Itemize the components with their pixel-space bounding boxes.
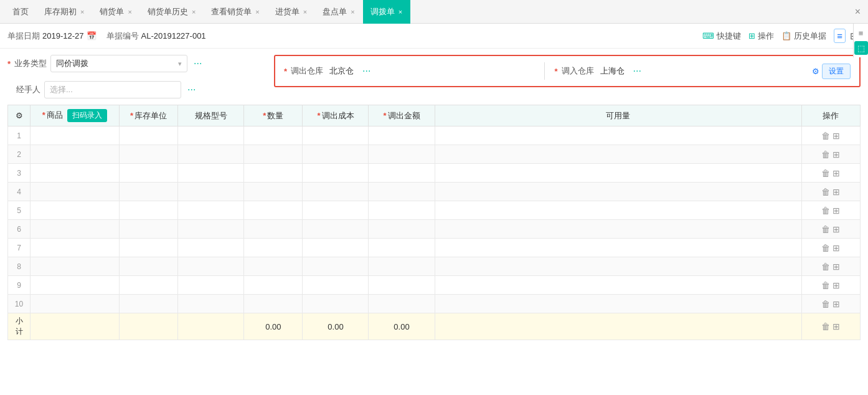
copy-row-icon[interactable]: ⊞ — [833, 299, 840, 309]
product-cell-4[interactable] — [31, 183, 120, 201]
cost-cell-5[interactable] — [303, 201, 369, 220]
shortcuts-button[interactable]: ⌨ 快捷键 — [702, 31, 741, 42]
tab-home[interactable]: 首页 — [5, 0, 37, 24]
biz-type-more-button[interactable]: ··· — [194, 58, 202, 69]
amount-cell-4[interactable] — [369, 183, 435, 201]
unit-cell-11[interactable] — [119, 313, 177, 340]
amount-cell-9[interactable] — [369, 276, 435, 295]
copy-row-icon[interactable]: ⊞ — [833, 168, 840, 178]
qty-cell-9[interactable] — [244, 276, 303, 295]
unit-cell-2[interactable] — [119, 145, 177, 164]
tab-inventory-check[interactable]: 盘点单 × — [315, 0, 362, 24]
copy-row-icon[interactable]: ⊞ — [833, 131, 840, 141]
spec-cell-1[interactable] — [178, 126, 244, 145]
amount-cell-2[interactable] — [369, 145, 435, 164]
cost-cell-9[interactable] — [303, 276, 369, 295]
delete-row-icon[interactable]: 🗑 — [821, 168, 830, 178]
amount-cell-11[interactable]: 0.00 — [369, 313, 435, 340]
copy-row-icon[interactable]: ⊞ — [833, 187, 840, 197]
product-cell-2[interactable] — [31, 145, 120, 164]
product-cell-1[interactable] — [31, 126, 120, 145]
amount-cell-6[interactable] — [369, 220, 435, 239]
tab-close-sales-order[interactable]: × — [128, 8, 131, 16]
qty-cell-3[interactable] — [244, 164, 303, 183]
delete-row-icon[interactable]: 🗑 — [821, 150, 830, 159]
qty-cell-1[interactable] — [244, 126, 303, 145]
product-cell-8[interactable] — [31, 257, 120, 276]
cost-cell-6[interactable] — [303, 220, 369, 239]
amount-cell-1[interactable] — [369, 126, 435, 145]
delete-row-icon[interactable]: 🗑 — [821, 206, 830, 216]
cost-cell-1[interactable] — [303, 126, 369, 145]
delete-row-icon[interactable]: 🗑 — [821, 280, 830, 290]
delete-row-icon[interactable]: 🗑 — [821, 299, 830, 309]
to-warehouse-more-button[interactable]: ··· — [633, 65, 641, 77]
tab-close-purchase-order[interactable]: × — [303, 8, 307, 16]
cost-cell-11[interactable]: 0.00 — [303, 313, 369, 340]
spec-cell-4[interactable] — [178, 183, 244, 201]
amount-cell-3[interactable] — [369, 164, 435, 183]
qty-cell-4[interactable] — [244, 183, 303, 201]
delete-row-icon[interactable]: 🗑 — [821, 224, 830, 234]
spec-cell-9[interactable] — [178, 276, 244, 295]
product-cell-5[interactable] — [31, 201, 120, 220]
amount-cell-5[interactable] — [369, 201, 435, 220]
right-toolbar-list[interactable]: ≡ — [854, 26, 868, 40]
tab-view-sales[interactable]: 查看销货单 × — [204, 0, 267, 24]
tab-close-sales-history[interactable]: × — [192, 8, 196, 16]
amount-cell-10[interactable] — [369, 295, 435, 313]
delete-row-icon[interactable]: 🗑 — [821, 262, 830, 272]
unit-cell-4[interactable] — [119, 183, 177, 201]
copy-row-icon[interactable]: ⊞ — [833, 224, 840, 234]
tab-close-inventory-init[interactable]: × — [80, 8, 84, 16]
layout-list-icon[interactable]: ≡ — [834, 29, 846, 43]
product-cell-11[interactable] — [31, 313, 120, 340]
scan-input-button[interactable]: 扫码录入 — [67, 109, 107, 122]
qty-cell-8[interactable] — [244, 257, 303, 276]
delete-row-icon[interactable]: 🗑 — [821, 187, 830, 197]
operations-button[interactable]: ⊞ 操作 — [748, 31, 774, 42]
spec-cell-6[interactable] — [178, 220, 244, 239]
person-more-button[interactable]: ··· — [187, 84, 196, 95]
copy-row-icon[interactable]: ⊞ — [833, 206, 840, 216]
history-button[interactable]: 📋 历史单据 — [781, 31, 826, 42]
delete-row-icon[interactable]: 🗑 — [821, 131, 830, 141]
spec-cell-11[interactable] — [178, 313, 244, 340]
product-cell-6[interactable] — [31, 220, 120, 239]
col-gear[interactable]: ⚙ — [8, 105, 31, 126]
biz-type-select[interactable]: 同价调拨 ▾ — [50, 55, 187, 72]
amount-cell-7[interactable] — [369, 239, 435, 257]
tab-sales-order[interactable]: 销货单 × — [92, 0, 139, 24]
qty-cell-5[interactable] — [244, 201, 303, 220]
amount-cell-8[interactable] — [369, 257, 435, 276]
cost-cell-10[interactable] — [303, 295, 369, 313]
unit-cell-9[interactable] — [119, 276, 177, 295]
cost-cell-8[interactable] — [303, 257, 369, 276]
copy-row-icon[interactable]: ⊞ — [833, 262, 840, 272]
copy-row-icon[interactable]: ⊞ — [833, 243, 840, 253]
unit-cell-3[interactable] — [119, 164, 177, 183]
product-cell-9[interactable] — [31, 276, 120, 295]
cost-cell-4[interactable] — [303, 183, 369, 201]
tab-inventory-init[interactable]: 库存期初 × — [37, 0, 92, 24]
unit-cell-10[interactable] — [119, 295, 177, 313]
spec-cell-3[interactable] — [178, 164, 244, 183]
qty-cell-2[interactable] — [244, 145, 303, 164]
unit-cell-7[interactable] — [119, 239, 177, 257]
cost-cell-7[interactable] — [303, 239, 369, 257]
product-cell-10[interactable] — [31, 295, 120, 313]
product-cell-7[interactable] — [31, 239, 120, 257]
unit-cell-1[interactable] — [119, 126, 177, 145]
qty-cell-6[interactable] — [244, 220, 303, 239]
copy-row-icon[interactable]: ⊞ — [833, 321, 840, 331]
spec-cell-10[interactable] — [178, 295, 244, 313]
tab-purchase-order[interactable]: 进货单 × — [268, 0, 315, 24]
spec-cell-2[interactable] — [178, 145, 244, 164]
tab-close-inventory-check[interactable]: × — [351, 8, 354, 16]
unit-cell-8[interactable] — [119, 257, 177, 276]
spec-cell-5[interactable] — [178, 201, 244, 220]
tab-sales-history[interactable]: 销货单历史 × — [140, 0, 204, 24]
delete-row-icon[interactable]: 🗑 — [821, 321, 830, 331]
copy-row-icon[interactable]: ⊞ — [833, 280, 840, 290]
person-select[interactable]: 选择... — [44, 81, 181, 98]
